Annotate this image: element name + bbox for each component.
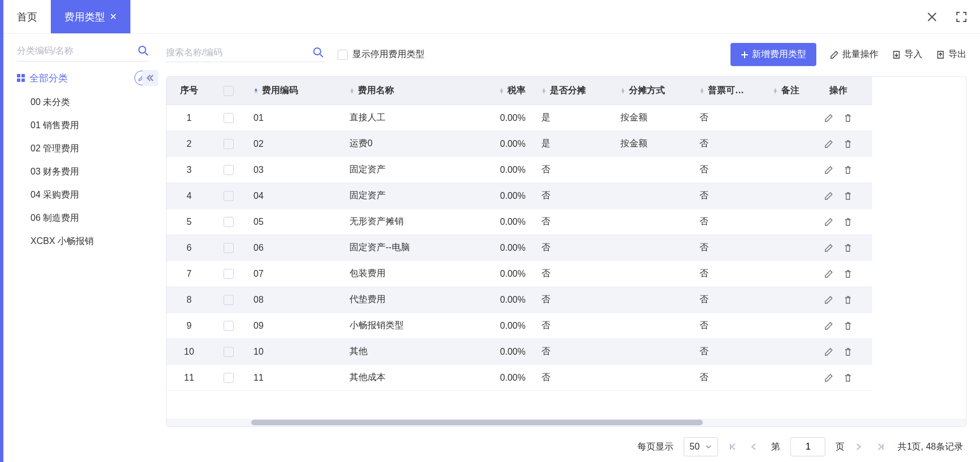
- cell-remark: [765, 209, 804, 235]
- delete-row-button[interactable]: [843, 140, 852, 149]
- checkbox-icon: [224, 165, 234, 175]
- next-page-button[interactable]: [855, 443, 866, 451]
- delete-row-button[interactable]: [843, 243, 852, 252]
- sidebar-item-5[interactable]: 06 制造费用: [17, 207, 149, 230]
- row-checkbox[interactable]: [212, 261, 246, 287]
- sidebar-item-3[interactable]: 03 财务费用: [17, 160, 149, 184]
- edit-row-button[interactable]: [824, 321, 833, 330]
- cell-method: [613, 157, 692, 183]
- edit-row-button[interactable]: [824, 373, 833, 382]
- edit-row-button[interactable]: [824, 295, 833, 304]
- cell-remark: [765, 313, 804, 339]
- last-page-button[interactable]: [876, 442, 887, 451]
- row-checkbox[interactable]: [212, 131, 246, 157]
- col-remark[interactable]: ▲▼备注: [765, 77, 804, 105]
- page-suffix: 页: [835, 441, 845, 453]
- add-fee-type-button[interactable]: 新增费用类型: [730, 43, 816, 66]
- category-search-input[interactable]: [17, 46, 138, 56]
- cell-allocate: 否: [533, 313, 613, 339]
- row-checkbox[interactable]: [212, 339, 246, 365]
- sidebar-item-2[interactable]: 02 管理费用: [17, 137, 149, 160]
- horizontal-scrollbar[interactable]: [167, 419, 966, 426]
- row-checkbox[interactable]: [212, 105, 246, 131]
- col-name[interactable]: ▲▼费用名称: [342, 77, 466, 105]
- cell-remark: [765, 105, 804, 131]
- first-page-button[interactable]: [728, 442, 740, 451]
- trash-icon: [843, 114, 852, 123]
- edit-row-button[interactable]: [824, 165, 833, 175]
- col-code[interactable]: ▲▼费用编码: [246, 77, 342, 105]
- row-checkbox[interactable]: [212, 365, 246, 391]
- cell-tax: 0.00%: [466, 105, 533, 131]
- close-all-tabs-button[interactable]: [922, 7, 942, 27]
- per-page-select[interactable]: 50: [684, 437, 719, 456]
- cell-method: [613, 261, 692, 287]
- page-number-input[interactable]: [790, 437, 825, 456]
- col-seq[interactable]: 序号: [167, 77, 212, 105]
- import-button[interactable]: 导入: [892, 49, 922, 60]
- per-page-value: 50: [690, 442, 700, 452]
- search-icon[interactable]: [138, 45, 149, 56]
- close-icon[interactable]: ✕: [110, 12, 117, 21]
- row-checkbox[interactable]: [212, 235, 246, 261]
- sidebar-item-0[interactable]: 00 未分类: [17, 91, 149, 114]
- prev-page-button[interactable]: [750, 443, 761, 451]
- cell-seq: 2: [167, 131, 212, 157]
- delete-row-button[interactable]: [843, 165, 852, 175]
- edit-row-button[interactable]: [824, 114, 833, 123]
- cell-invoice: 否: [692, 287, 765, 313]
- page-number-field[interactable]: [797, 442, 819, 452]
- checkbox-icon: [224, 321, 234, 331]
- col-allocate[interactable]: ▲▼是否分摊: [533, 77, 613, 105]
- fullscreen-icon: [956, 12, 966, 22]
- delete-row-button[interactable]: [843, 114, 852, 123]
- delete-row-button[interactable]: [843, 373, 852, 382]
- sidebar-item-6[interactable]: XCBX 小畅报销: [17, 230, 149, 253]
- col-checkbox[interactable]: [212, 77, 246, 105]
- delete-row-button[interactable]: [843, 269, 852, 278]
- search-icon[interactable]: [313, 47, 324, 58]
- sidebar-item-4[interactable]: 04 采购费用: [17, 184, 149, 207]
- edit-row-button[interactable]: [824, 217, 833, 226]
- edit-row-button[interactable]: [824, 140, 833, 149]
- edit-row-button[interactable]: [824, 243, 833, 252]
- cell-op: [804, 131, 872, 157]
- sidebar-item-1[interactable]: 01 销售费用: [17, 114, 149, 137]
- row-checkbox[interactable]: [212, 313, 246, 339]
- batch-operation-button[interactable]: 批量操作: [830, 49, 878, 60]
- col-method[interactable]: ▲▼分摊方式: [613, 77, 692, 105]
- delete-row-button[interactable]: [843, 217, 852, 226]
- delete-row-button[interactable]: [843, 295, 852, 304]
- edit-row-button[interactable]: [824, 347, 833, 356]
- col-invoice[interactable]: ▲▼普票可…: [692, 77, 765, 105]
- row-checkbox[interactable]: [212, 157, 246, 183]
- show-disabled-checkbox[interactable]: 显示停用费用类型: [338, 49, 425, 60]
- export-button[interactable]: 导出: [936, 49, 966, 60]
- row-checkbox[interactable]: [212, 287, 246, 313]
- sidebar-collapse-button[interactable]: [142, 70, 158, 86]
- delete-row-button[interactable]: [843, 191, 852, 201]
- cell-seq: 1: [167, 105, 212, 131]
- tab-fee-type[interactable]: 费用类型 ✕: [51, 0, 130, 33]
- row-checkbox[interactable]: [212, 183, 246, 209]
- edit-row-button[interactable]: [824, 269, 833, 278]
- cell-tax: 0.00%: [466, 339, 533, 365]
- search-input[interactable]: [166, 47, 313, 58]
- cell-code: 06: [246, 235, 342, 261]
- pencil-icon: [824, 140, 833, 149]
- cell-code: 02: [246, 131, 342, 157]
- row-checkbox[interactable]: [212, 209, 246, 235]
- delete-row-button[interactable]: [843, 321, 852, 330]
- edit-row-button[interactable]: [824, 191, 833, 201]
- tab-home[interactable]: 首页: [3, 0, 51, 33]
- cell-seq: 8: [167, 287, 212, 313]
- col-tax[interactable]: ▲▼税率: [466, 77, 533, 105]
- cell-op: [804, 157, 872, 183]
- table-row: 202运费00.00%是按金额否: [167, 131, 966, 157]
- checkbox-icon: [224, 139, 234, 149]
- fullscreen-button[interactable]: [952, 7, 971, 27]
- category-root[interactable]: 全部分类: [17, 71, 149, 85]
- cell-name: 代垫费用: [342, 287, 466, 313]
- delete-row-button[interactable]: [843, 347, 852, 356]
- cell-seq: 4: [167, 183, 212, 209]
